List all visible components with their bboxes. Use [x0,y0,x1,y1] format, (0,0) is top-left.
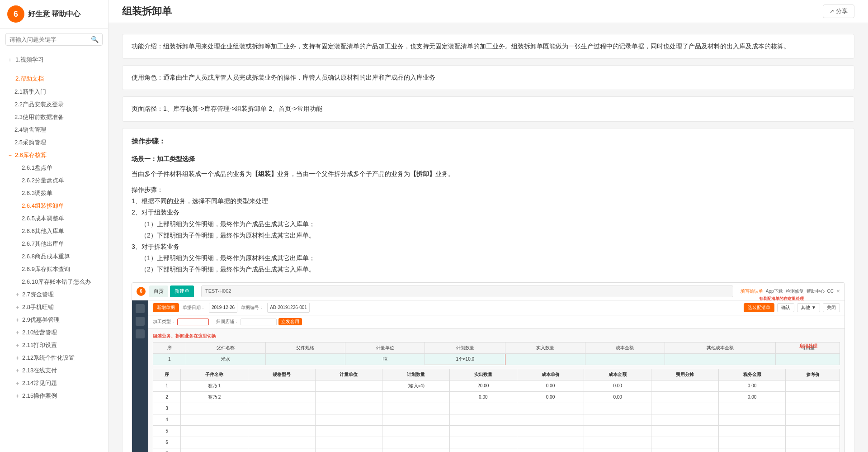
sc-brow-6: 6 [153,437,840,448]
sc-top-cell-unit: 吨 [345,354,425,365]
sidebar-item-2-6-4[interactable]: 2.6.4组装拆卸单 [0,200,108,212]
sidebar-item-2-3[interactable]: 2.3使用前数据准备 [0,111,108,124]
sc-tab-new: 新建单 [170,285,194,297]
sc-btn-confirm-title: 填写确认单 [741,287,763,295]
sc-top-cell-actual [505,354,585,365]
sc-type-label: 加工类型： [153,318,175,326]
step2-sub2: （2）下部明细为子件明细，最终作为原材料生成其它出库单。 [132,230,845,241]
sidebar-item-2-6-5[interactable]: 2.6.5成本调整单 [0,212,108,225]
step2-sub1: （1）上部明细为父件明细，最终作为产成品生成其它入库单； [132,219,845,230]
sidebar-item-docs[interactable]: － 2.帮助文档 [0,72,108,86]
sidebar-item-2-12[interactable]: ＋ 2.12系统个性化设置 [0,352,108,364]
sc-bth-spec: 规格型号 [248,369,315,381]
sc-bth-seq: 序 [153,369,181,381]
sc-warehouse-input[interactable] [241,319,277,325]
share-button[interactable]: ↗ 分享 [823,5,854,18]
sc-type-field: 加工类型： [153,318,209,326]
nav-group-docs: － 2.帮助文档 2.1新手入门 2.2产品安装及登录 2.3使用前数据准备 2… [0,69,108,405]
search-box[interactable]: 🔍 [5,33,103,46]
intro-block: 功能介绍：组装拆卸单用来处理企业组装或拆卸等加工业务，支持有固定装配清单的产品加… [122,34,854,59]
sc-b1-alloc [651,381,719,392]
content-area: 功能介绍：组装拆卸单用来处理企业组装或拆卸等加工业务，支持有固定装配清单的产品加… [108,23,868,452]
sc-brow-2: 2 赛乃 2 0.00 0.00 0.00 [153,392,840,403]
sc-b2-tax: 0.00 [718,392,786,403]
sidebar-item-2-11[interactable]: ＋ 2.11打印设置 [0,339,108,352]
sc-confirm-btn[interactable]: 确认 [777,303,794,312]
sc-th-other-cost: 其他成本金额 [665,343,775,354]
sc-b2-cp: 0.00 [517,392,584,403]
sc-th-parent-name: 父件名称 [186,343,265,354]
sidebar-item-2-6-8[interactable]: 2.6.8商品成本重算 [0,250,108,263]
sc-b2-plan [382,392,450,403]
sidebar-item-2-2[interactable]: 2.2产品安装及登录 [0,98,108,111]
plus-icon-2-11: ＋ [14,341,20,349]
plus-icon-2-8: ＋ [14,303,20,311]
sc-b2-unit [315,392,382,403]
plus-icon-2-7: ＋ [14,290,20,299]
sidebar-item-2-13[interactable]: ＋ 2.13在线支付 [0,364,108,377]
sidebar-item-2-6-3[interactable]: 2.6.3调拨单 [0,187,108,200]
sc-sidebar-icon-1 [136,304,145,313]
sidebar-item-2-6-1[interactable]: 2.6.1盘点单 [0,162,108,174]
sidebar-item-2-6[interactable]: － 2.6库存核算 [0,149,108,162]
sc-top-row-1: 1 米水 吨 1个≈10.0 [153,354,840,365]
sc-b2-name: 赛乃 2 [181,392,248,403]
sc-titlebar: 6 自贡 新建单 TEST-H002 填写确认单 App下载 检测修复 帮助中心… [132,283,844,300]
share-label: 分享 [836,7,848,15]
sc-warehouse-label: 归属店铺： [216,318,239,326]
sc-content-wrapper: 组装业务、拆卸业务在这里切换 序 父件名称 父件规格 计量单位 计 [148,328,844,452]
sc-brow-1: 1 赛乃 1 (输入≈4) 20.00 0.00 0.00 [153,381,840,392]
sidebar-item-2-4[interactable]: 2.4销售管理 [0,124,108,136]
sc-new-btn[interactable]: 新增单据 [153,303,179,312]
sidebar-item-2-6-2[interactable]: 2.6.2分量盘点单 [0,174,108,187]
sidebar-item-2-9[interactable]: ＋ 2.9优惠券管理 [0,314,108,326]
page-title: 组装拆卸单 [122,5,172,18]
role-block: 使用角色：通常由生产人员或库管人员完成拆装业务的操作，库管人员确认原材料的出库和… [122,65,854,90]
step1: 1、根据不同的业务，选择不同单据的类型来处理 [132,195,845,207]
sc-th-actual-qty: 实入数量 [505,343,585,354]
sidebar-item-2-6-10[interactable]: 2.6.10库存账本错了怎么办 [0,276,108,288]
sidebar-item-2-1[interactable]: 2.1新手入门 [0,86,108,98]
sidebar-item-2-5[interactable]: 2.5采购管理 [0,136,108,149]
sc-type-input[interactable] [177,319,209,325]
sc-brow-3: 3 [153,403,840,414]
sc-bth-name: 子件名称 [181,369,248,381]
sidebar-item-video[interactable]: ＋ 1.视频学习 [0,53,108,67]
sidebar-item-2-6-9[interactable]: 2.6.9库存账本查询 [0,263,108,276]
search-input[interactable] [9,36,91,43]
site-title: 好生意 帮助中心 [28,10,80,19]
step2: 2、对于组装业务 [132,207,845,218]
sc-top-cell-name: 米水 [186,354,265,365]
sc-btn-check: 检测修复 [786,287,804,295]
nav-group-video: ＋ 1.视频学习 [0,50,108,69]
sidebar-item-2-6-7[interactable]: 2.6.7其他出库单 [0,238,108,250]
plus-icon-2-12: ＋ [14,354,20,362]
intro-text: 功能介绍：组装拆卸单用来处理企业组装或拆卸等加工业务，支持有固定装配清单的产品加… [132,43,790,50]
sc-b1-plan: (输入≈4) [382,381,450,392]
step3: 3、对于拆装业务 [132,241,845,252]
sc-mini-sidebar [132,300,148,452]
sidebar-item-2-15[interactable]: ＋ 2.15操作案例 [0,390,108,402]
sc-b2-actual: 0.00 [449,392,517,403]
sc-b2-ca: 0.00 [584,392,651,403]
steps-title: 操作步骤： [132,135,845,147]
sidebar-item-2-8[interactable]: ＋ 2.8手机旺铺 [0,301,108,314]
sc-bom-btn[interactable]: 选装配清单 [744,303,774,312]
sc-num-label: 单据编号： [241,304,264,312]
sc-close-btn[interactable]: 关闭 [823,303,840,312]
sc-other-btn[interactable]: 其他 ▼ [797,303,820,312]
sc-b2-spec [248,392,315,403]
sc-num-val: AD-20191226-001 [267,303,310,313]
sc-btn-help: 帮助中心 [807,287,825,295]
sidebar-item-2-7[interactable]: ＋ 2.7资金管理 [0,288,108,301]
sidebar-item-2-10[interactable]: ＋ 2.10经营管理 [0,326,108,339]
sidebar-item-2-14[interactable]: ＋ 2.14常见问题 [0,377,108,390]
sc-top-cell-spec [265,354,345,365]
sub-list-2-6: 2.6.1盘点单 2.6.2分量盘点单 2.6.3调拨单 2.6.4组装拆卸单 … [0,162,108,288]
sc-b1-cp: 0.00 [517,381,584,392]
sc-apply-btn[interactable]: 立发套用 [278,318,302,325]
path-text: 页面路径：1、库存核算->库存管理->组装拆卸单 2、首页->常用功能 [132,105,322,112]
sc-header-btns: 填写确认单 App下载 检测修复 帮助中心 CC ✕ [741,287,840,295]
sidebar-item-2-6-6[interactable]: 2.6.6其他入库单 [0,225,108,238]
sc-th-unit1: 计量单位 [345,343,425,354]
